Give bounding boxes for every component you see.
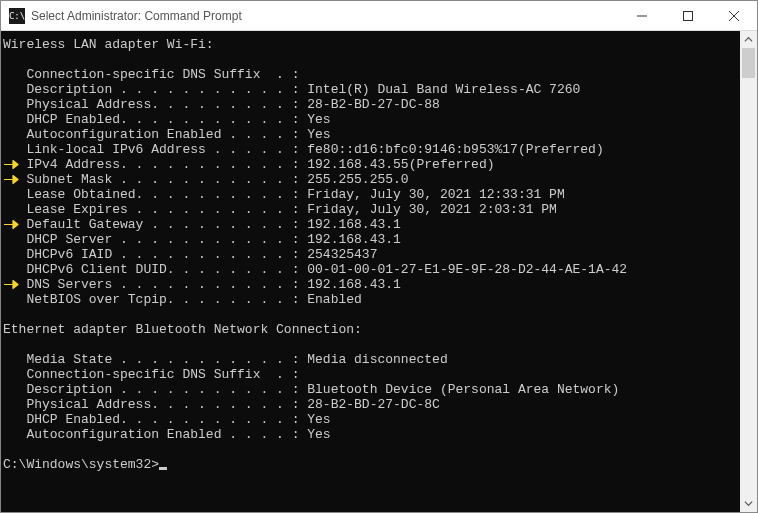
output-line: Connection-specific DNS Suffix . : bbox=[3, 67, 757, 82]
highlight-arrow-icon bbox=[3, 277, 25, 292]
close-button[interactable] bbox=[711, 1, 757, 31]
output-line: Physical Address. . . . . . . . . : 28-B… bbox=[3, 397, 757, 412]
console-area[interactable]: Wireless LAN adapter Wi-Fi: Connection-s… bbox=[1, 31, 757, 512]
line-label: Description . . . . . . . . . . . : bbox=[3, 382, 299, 397]
output-line: Link-local IPv6 Address . . . . . : fe80… bbox=[3, 142, 757, 157]
maximize-button[interactable] bbox=[665, 1, 711, 31]
output-line: Autoconfiguration Enabled . . . . : Yes bbox=[3, 127, 757, 142]
line-value: Bluetooth Device (Personal Area Network) bbox=[299, 382, 619, 397]
line-label: Lease Obtained. . . . . . . . . . : bbox=[3, 187, 299, 202]
line-value: 192.168.43.55(Preferred) bbox=[299, 157, 494, 172]
line-value: Media disconnected bbox=[299, 352, 447, 367]
adapter-header: Ethernet adapter Bluetooth Network Conne… bbox=[3, 322, 757, 337]
output-line: IPv4 Address. . . . . . . . . . . : 192.… bbox=[3, 157, 757, 172]
line-label: Connection-specific DNS Suffix . : bbox=[3, 367, 299, 382]
scroll-down-icon[interactable] bbox=[740, 495, 757, 512]
cursor bbox=[159, 467, 167, 470]
output-line: DHCP Server . . . . . . . . . . . : 192.… bbox=[3, 232, 757, 247]
line-label: DHCP Enabled. . . . . . . . . . . : bbox=[3, 112, 299, 127]
output-line: Lease Obtained. . . . . . . . . . : Frid… bbox=[3, 187, 757, 202]
window-controls bbox=[619, 1, 757, 30]
scroll-up-icon[interactable] bbox=[740, 31, 757, 48]
line-label: DNS Servers . . . . . . . . . . . : bbox=[3, 277, 299, 292]
blank-line bbox=[3, 52, 757, 67]
blank-line bbox=[3, 337, 757, 352]
line-label: Lease Expires . . . . . . . . . . : bbox=[3, 202, 299, 217]
output-line: Description . . . . . . . . . . . : Inte… bbox=[3, 82, 757, 97]
line-value: 254325437 bbox=[299, 247, 377, 262]
line-value: 28-B2-BD-27-DC-88 bbox=[299, 97, 439, 112]
cmd-icon: C:\ bbox=[9, 8, 25, 24]
scroll-thumb[interactable] bbox=[742, 48, 755, 78]
line-label: NetBIOS over Tcpip. . . . . . . . : bbox=[3, 292, 299, 307]
output-line: Description . . . . . . . . . . . : Blue… bbox=[3, 382, 757, 397]
line-label: IPv4 Address. . . . . . . . . . . : bbox=[3, 157, 299, 172]
line-label: Description . . . . . . . . . . . : bbox=[3, 82, 299, 97]
line-value: 192.168.43.1 bbox=[299, 217, 400, 232]
blank-line bbox=[3, 442, 757, 457]
minimize-button[interactable] bbox=[619, 1, 665, 31]
output-line: Autoconfiguration Enabled . . . . : Yes bbox=[3, 427, 757, 442]
line-label: Connection-specific DNS Suffix . : bbox=[3, 67, 299, 82]
scrollbar[interactable] bbox=[740, 31, 757, 512]
output-line: Connection-specific DNS Suffix . : bbox=[3, 367, 757, 382]
line-label: DHCPv6 Client DUID. . . . . . . . : bbox=[3, 262, 299, 277]
line-value: Friday, July 30, 2021 12:33:31 PM bbox=[299, 187, 564, 202]
output-line: DHCP Enabled. . . . . . . . . . . : Yes bbox=[3, 412, 757, 427]
prompt-text: C:\Windows\system32> bbox=[3, 457, 159, 472]
output-line: DNS Servers . . . . . . . . . . . : 192.… bbox=[3, 277, 757, 292]
output-line: DHCPv6 Client DUID. . . . . . . . : 00-0… bbox=[3, 262, 757, 277]
svg-rect-0 bbox=[684, 12, 693, 21]
line-value: fe80::d16:bfc0:9146:b953%17(Preferred) bbox=[299, 142, 603, 157]
line-value: Yes bbox=[299, 112, 330, 127]
line-label: Physical Address. . . . . . . . . : bbox=[3, 397, 299, 412]
line-label: Physical Address. . . . . . . . . : bbox=[3, 97, 299, 112]
output-line: Media State . . . . . . . . . . . : Medi… bbox=[3, 352, 757, 367]
line-value: Friday, July 30, 2021 2:03:31 PM bbox=[299, 202, 556, 217]
line-value: Intel(R) Dual Band Wireless-AC 7260 bbox=[299, 82, 580, 97]
line-value: 28-B2-BD-27-DC-8C bbox=[299, 397, 439, 412]
line-value: Yes bbox=[299, 127, 330, 142]
output-line: Physical Address. . . . . . . . . : 28-B… bbox=[3, 97, 757, 112]
line-label: Autoconfiguration Enabled . . . . : bbox=[3, 427, 299, 442]
line-label: DHCPv6 IAID . . . . . . . . . . . : bbox=[3, 247, 299, 262]
line-label: Subnet Mask . . . . . . . . . . . : bbox=[3, 172, 299, 187]
line-label: Link-local IPv6 Address . . . . . : bbox=[3, 142, 299, 157]
prompt-line[interactable]: C:\Windows\system32> bbox=[3, 457, 757, 472]
line-value: Yes bbox=[299, 427, 330, 442]
output-line: Default Gateway . . . . . . . . . : 192.… bbox=[3, 217, 757, 232]
highlight-arrow-icon bbox=[3, 217, 25, 232]
line-label: Default Gateway . . . . . . . . . : bbox=[3, 217, 299, 232]
output-line: Subnet Mask . . . . . . . . . . . : 255.… bbox=[3, 172, 757, 187]
line-value: 00-01-00-01-27-E1-9E-9F-28-D2-44-AE-1A-4… bbox=[299, 262, 627, 277]
line-label: DHCP Enabled. . . . . . . . . . . : bbox=[3, 412, 299, 427]
output-line: NetBIOS over Tcpip. . . . . . . . : Enab… bbox=[3, 292, 757, 307]
line-label: DHCP Server . . . . . . . . . . . : bbox=[3, 232, 299, 247]
window-title: Select Administrator: Command Prompt bbox=[31, 9, 619, 23]
output-line: DHCP Enabled. . . . . . . . . . . : Yes bbox=[3, 112, 757, 127]
highlight-arrow-icon bbox=[3, 157, 25, 172]
line-value: 192.168.43.1 bbox=[299, 277, 400, 292]
blank-line bbox=[3, 307, 757, 322]
line-value: Yes bbox=[299, 412, 330, 427]
titlebar[interactable]: C:\ Select Administrator: Command Prompt bbox=[1, 1, 757, 31]
line-value: 255.255.255.0 bbox=[299, 172, 408, 187]
adapter-header: Wireless LAN adapter Wi-Fi: bbox=[3, 37, 757, 52]
highlight-arrow-icon bbox=[3, 172, 25, 187]
line-label: Autoconfiguration Enabled . . . . : bbox=[3, 127, 299, 142]
output-line: Lease Expires . . . . . . . . . . : Frid… bbox=[3, 202, 757, 217]
output-line: DHCPv6 IAID . . . . . . . . . . . : 2543… bbox=[3, 247, 757, 262]
line-label: Media State . . . . . . . . . . . : bbox=[3, 352, 299, 367]
line-value: Enabled bbox=[299, 292, 361, 307]
line-value: 192.168.43.1 bbox=[299, 232, 400, 247]
